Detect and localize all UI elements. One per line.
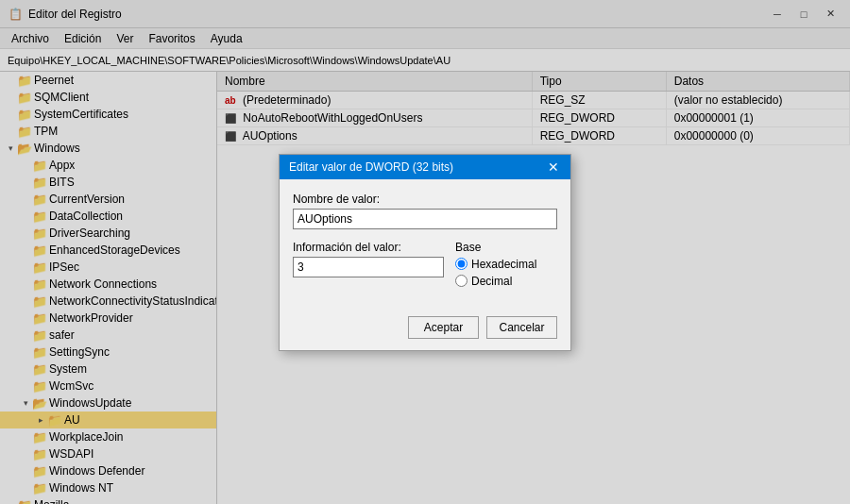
dialog-title: Editar valor de DWORD (32 bits) bbox=[289, 160, 453, 174]
hex-radio-row[interactable]: Hexadecimal bbox=[455, 258, 559, 271]
value-input[interactable] bbox=[293, 257, 444, 277]
ok-button[interactable]: Aceptar bbox=[408, 316, 479, 339]
value-section: Información del valor: bbox=[293, 241, 444, 292]
dialog-title-bar: Editar valor de DWORD (32 bits) ✕ bbox=[280, 155, 570, 179]
value-row: Información del valor: Base Hexadecimal … bbox=[293, 241, 557, 292]
cancel-button[interactable]: Cancelar bbox=[486, 316, 557, 339]
base-group: Base Hexadecimal Decimal bbox=[455, 241, 559, 292]
modal-overlay: Editar valor de DWORD (32 bits) ✕ Nombre… bbox=[0, 0, 850, 504]
dialog-body: Nombre de valor: Información del valor: … bbox=[280, 179, 570, 311]
hex-radio[interactable] bbox=[455, 258, 468, 270]
dec-radio[interactable] bbox=[455, 275, 468, 287]
dec-label[interactable]: Decimal bbox=[471, 275, 512, 288]
dialog-buttons: Aceptar Cancelar bbox=[280, 311, 570, 350]
name-input[interactable] bbox=[293, 209, 557, 229]
hex-label[interactable]: Hexadecimal bbox=[471, 258, 536, 271]
info-label: Información del valor: bbox=[293, 241, 444, 254]
name-label: Nombre de valor: bbox=[293, 193, 557, 206]
dec-radio-row[interactable]: Decimal bbox=[455, 275, 559, 288]
dialog-close-button[interactable]: ✕ bbox=[546, 160, 561, 174]
base-label: Base bbox=[455, 241, 559, 254]
edit-dword-dialog: Editar valor de DWORD (32 bits) ✕ Nombre… bbox=[279, 154, 571, 351]
